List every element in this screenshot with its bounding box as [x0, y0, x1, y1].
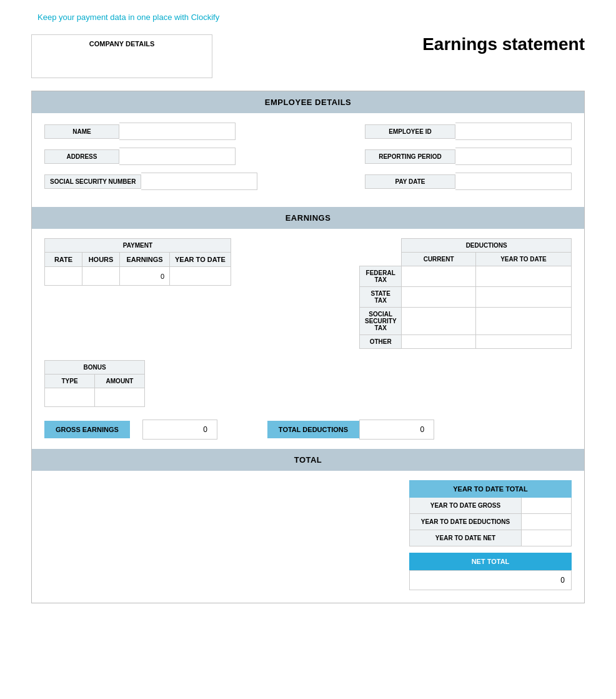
total-section-header: TOTAL — [32, 449, 584, 471]
ssn-label: SOCIAL SECURITY NUMBER — [44, 174, 141, 189]
ytd-net-value — [522, 530, 572, 546]
ytd-deductions-label: YEAR TO DATE DEDUCTIONS — [409, 514, 522, 530]
other-row: OTHER — [360, 335, 572, 349]
total-deductions-label: TOTAL DEDUCTIONS — [279, 426, 348, 433]
net-total-bar: NET TOTAL — [409, 553, 572, 570]
bonus-area: BONUS TYPE AMOUNT — [44, 360, 572, 407]
social-security-row: SOCIAL SECURITY TAX — [360, 308, 572, 335]
other-ytd — [475, 335, 571, 349]
ytd-gross-value — [522, 498, 572, 514]
reporting-period-label: REPORTING PERIOD — [365, 149, 455, 164]
social-security-label: SOCIAL SECURITY TAX — [360, 308, 402, 335]
employee-id-label: EMPLOYEE ID — [365, 124, 455, 139]
ssn-input[interactable] — [141, 173, 257, 190]
totals-bar: GROSS EARNINGS 0 TOTAL DEDUCTIONS 0 — [44, 420, 572, 440]
employee-field-row-3: SOCIAL SECURITY NUMBER PAY DATE — [44, 173, 572, 190]
deductions-side: DEDUCTIONS CURRENT YEAR TO DATE FEDERAL … — [359, 238, 572, 349]
employee-field-row-1: NAME EMPLOYEE ID — [44, 123, 572, 140]
deductions-group-label: DEDUCTIONS — [402, 239, 572, 253]
social-security-ytd — [475, 308, 571, 335]
top-link-bar: Keep your payment data in one place with… — [0, 0, 616, 28]
reporting-period-field-group: REPORTING PERIOD — [365, 148, 572, 165]
name-label: NAME — [44, 124, 119, 139]
ytd-net-label: YEAR TO DATE NET — [409, 530, 522, 546]
main-card: EMPLOYEE DETAILS NAME EMPLOYEE ID ADDRES… — [31, 91, 585, 603]
ytd-net-row: YEAR TO DATE NET — [409, 530, 572, 546]
ytd-total-header: YEAR TO DATE TOTAL — [409, 480, 572, 498]
ytd-deductions-row: YEAR TO DATE DEDUCTIONS — [409, 514, 572, 530]
state-tax-current — [402, 287, 475, 308]
other-current — [402, 335, 475, 349]
pay-date-field-group: PAY DATE — [365, 173, 572, 190]
payment-earnings-cell: 0 — [120, 267, 170, 286]
employee-details-section: NAME EMPLOYEE ID ADDRESS REPORTING PERIO… — [32, 113, 584, 207]
employee-id-field-group: EMPLOYEE ID — [365, 123, 572, 140]
ytd-container: YEAR TO DATE TOTAL YEAR TO DATE GROSS YE… — [409, 480, 572, 590]
pay-date-label: PAY DATE — [365, 174, 455, 189]
gross-earnings-value: 0 — [142, 420, 217, 440]
total-deductions-value: 0 — [359, 420, 434, 440]
total-deductions-group: TOTAL DEDUCTIONS 0 — [267, 420, 434, 440]
ytd-gross-label: YEAR TO DATE GROSS — [409, 498, 522, 514]
federal-tax-row: FEDERAL TAX — [360, 266, 572, 287]
earnings-header: EARNINGS — [32, 207, 584, 229]
company-details-label: COMPANY DETAILS — [37, 40, 207, 48]
payment-side: PAYMENT RATE HOURS EARNINGS YEAR TO DATE… — [44, 238, 231, 349]
employee-field-row-2: ADDRESS REPORTING PERIOD — [44, 148, 572, 165]
earnings-section: PAYMENT RATE HOURS EARNINGS YEAR TO DATE… — [32, 229, 584, 449]
state-tax-ytd — [475, 287, 571, 308]
state-tax-label: STATE TAX — [360, 287, 402, 308]
payment-table: PAYMENT RATE HOURS EARNINGS YEAR TO DATE… — [44, 238, 231, 286]
payment-group-label: PAYMENT — [45, 239, 231, 253]
payment-rate-cell — [45, 267, 82, 286]
clockify-link[interactable]: Keep your payment data in one place with… — [37, 13, 219, 22]
bonus-type-col-header: TYPE — [45, 375, 95, 388]
other-label: OTHER — [360, 335, 402, 349]
bonus-table: BONUS TYPE AMOUNT — [44, 360, 145, 407]
employee-id-input[interactable] — [455, 123, 572, 140]
earnings-middle-spacer — [250, 238, 340, 349]
address-input[interactable] — [119, 148, 236, 165]
bonus-group-label: BONUS — [45, 361, 145, 375]
payment-hours-cell — [82, 267, 120, 286]
name-field-group: NAME — [44, 123, 236, 140]
rate-col-header: RATE — [45, 253, 82, 267]
deductions-table: DEDUCTIONS CURRENT YEAR TO DATE FEDERAL … — [359, 238, 572, 349]
ytd-col-header: YEAR TO DATE — [170, 253, 231, 267]
hours-col-header: HOURS — [82, 253, 120, 267]
federal-tax-current — [402, 266, 475, 287]
current-col-header: CURRENT — [402, 253, 475, 266]
social-security-current — [402, 308, 475, 335]
name-input[interactable] — [119, 123, 236, 140]
total-left-spacer — [44, 480, 409, 590]
total-section: YEAR TO DATE TOTAL YEAR TO DATE GROSS YE… — [32, 471, 584, 603]
ytd-ded-col-header: YEAR TO DATE — [475, 253, 571, 266]
ytd-gross-row: YEAR TO DATE GROSS — [409, 498, 572, 514]
total-inner: YEAR TO DATE TOTAL YEAR TO DATE GROSS YE… — [44, 480, 572, 590]
earnings-col-header: EARNINGS — [120, 253, 170, 267]
reporting-period-input[interactable] — [455, 148, 572, 165]
total-deductions-button: TOTAL DEDUCTIONS — [267, 421, 359, 438]
bonus-type-cell — [45, 388, 95, 407]
gross-earnings-label: GROSS EARNINGS — [56, 426, 119, 433]
earnings-inner: PAYMENT RATE HOURS EARNINGS YEAR TO DATE… — [44, 238, 572, 349]
bonus-amount-cell — [95, 388, 145, 407]
net-total-value: 0 — [409, 570, 572, 590]
page-header: COMPANY DETAILS Earnings statement — [31, 34, 585, 78]
gross-earnings-button: GROSS EARNINGS — [44, 421, 130, 438]
bonus-amount-col-header: AMOUNT — [95, 375, 145, 388]
pay-date-input[interactable] — [455, 173, 572, 190]
ytd-deductions-value — [522, 514, 572, 530]
payment-ytd-cell — [170, 267, 231, 286]
federal-tax-label: FEDERAL TAX — [360, 266, 402, 287]
federal-tax-ytd — [475, 266, 571, 287]
address-field-group: ADDRESS — [44, 148, 236, 165]
ssn-field-group: SOCIAL SECURITY NUMBER — [44, 173, 257, 190]
company-details-box: COMPANY DETAILS — [31, 34, 212, 78]
state-tax-row: STATE TAX — [360, 287, 572, 308]
employee-details-header: EMPLOYEE DETAILS — [32, 91, 584, 113]
page-title: Earnings statement — [422, 34, 585, 54]
address-label: ADDRESS — [44, 149, 119, 164]
